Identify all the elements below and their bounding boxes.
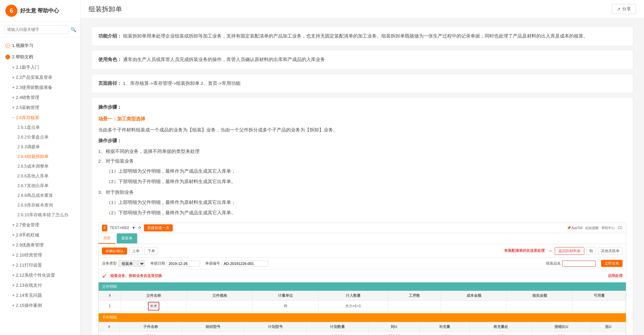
sidebar-item-label: 2.7资金管理 <box>16 222 39 227</box>
sidebar-item-label: 2.13在线支付 <box>16 283 42 288</box>
expand-icon: + <box>12 85 15 90</box>
sidebar-item-label: 2.帮助文档 <box>12 54 33 60</box>
nav-section-video: + 1.视频学习 <box>0 40 80 51</box>
share-button[interactable]: ↗ 分享 <box>612 4 636 14</box>
sidebar-item-inventory[interactable]: − 2.6库存核算 <box>0 113 80 123</box>
step2-sub1: （1）上部明细为父件明细，最终作为产成品生成其它入库单； <box>106 167 626 176</box>
sidebar-item-install[interactable]: + 2.2产品安装及登录 <box>0 72 80 82</box>
sidebar-item-label: 2.9优惠券管理 <box>16 242 44 247</box>
sidebar-item-cases[interactable]: + 2.15操作案例 <box>0 300 80 311</box>
table-row: 1 粮材 1 大份(个) 350.00 1.0 1.0 0.00 <box>99 332 626 335</box>
sidebar-item-other-in[interactable]: 2.6.6其他入库单 <box>0 171 80 181</box>
sim-date-label: 单据日期 <box>150 260 165 267</box>
sidebar-item-print[interactable]: + 2.11打印设置 <box>0 260 80 270</box>
sim-td-verify <box>507 301 573 312</box>
logo-icon: 6 <box>5 5 17 17</box>
sidebar-item-cost-adjust[interactable]: 2.6.5成本调整单 <box>0 162 80 171</box>
sim-t2-th-planqty: 计划数量 <box>306 322 369 332</box>
expand-icon: + <box>12 283 15 288</box>
expand-icon: + <box>12 242 15 247</box>
sidebar-item-assembly[interactable]: 2.6.4组装拆卸单 <box>0 152 80 162</box>
sim-back-btn[interactable]: 返回到材料表 <box>555 247 584 255</box>
sidebar-item-purchase[interactable]: + 2.5采购管理 <box>0 103 80 113</box>
path-text: 1、库存核算->库存管理->组装拆卸单 2、首页->常用功能 <box>123 81 240 86</box>
sim-doc-type-select[interactable]: 组装单 拆卸单 <box>118 260 145 267</box>
sidebar-item-faq[interactable]: + 2.14常见问题 <box>0 290 80 300</box>
sim-t2-td-u: 350.00 <box>369 332 420 335</box>
sim-unconfirm-btn[interactable]: 未确认确认 <box>102 247 127 255</box>
sidebar-item-stocktake[interactable]: 2.6.1盘点单 <box>0 123 80 132</box>
sim-th-num: # <box>99 291 121 301</box>
sidebar-item-cost-recalc[interactable]: 2.6.8商品成本重算 <box>0 191 80 201</box>
expand-icon: + <box>12 232 15 237</box>
role-label: 使用角色： <box>98 57 122 62</box>
sim-date-input[interactable] <box>166 261 200 267</box>
sim-th-cost: 成本金额 <box>441 291 506 301</box>
sidebar-nav: + 1.视频学习 − 2.帮助文档 + 2.1新手入门 + 2.2产品安装及登录 <box>0 38 80 335</box>
arrow-down-left: ↙ <box>102 270 107 281</box>
sidebar-item-label: 2.11打印设置 <box>16 263 42 268</box>
search-input[interactable] <box>4 25 68 34</box>
sidebar-item-partial-stocktake[interactable]: 2.6.2分量盘点单 <box>0 132 80 142</box>
sim-extra-btn2[interactable]: 其他关联单 <box>598 247 623 255</box>
sidebar-item-ledger-query[interactable]: 2.6.9库存账本查询 <box>0 201 80 210</box>
sim-dropdown-icon: ▼ <box>132 225 136 231</box>
sidebar-item-mobile[interactable]: + 2.8手机旺铺 <box>0 230 80 240</box>
sidebar-item-label: 2.6库存核算 <box>16 115 39 120</box>
sidebar-item-finance[interactable]: + 2.7资金管理 <box>0 220 80 230</box>
sidebar-item-sales[interactable]: + 2.4销售管理 <box>0 93 80 103</box>
sidebar-item-payment[interactable]: + 2.13在线支付 <box>0 280 80 290</box>
sidebar-item-label: 2.2产品安装及登录 <box>16 75 52 80</box>
expand-icon: + <box>12 273 15 278</box>
sidebar-item-coupon[interactable]: + 2.9优惠券管理 <box>0 240 80 250</box>
sim-td-pname: 米米 <box>121 301 186 312</box>
ops-card: 操作步骤： 场景一：加工类型选择 当由多个子件材料组装成一个成品的业务为【组装】… <box>91 97 633 335</box>
sidebar-item-label: 2.12系统个性化设置 <box>16 273 55 278</box>
sidebar-item-label: 2.5采购管理 <box>16 105 39 110</box>
sim-new-btn[interactable]: 新建新建一天 <box>144 224 173 231</box>
sim-td-pspec <box>187 301 253 312</box>
search-button[interactable]: 🔍 <box>70 27 76 32</box>
sim-child-label: 子件明细 <box>102 315 117 319</box>
arrow-right: → <box>547 245 553 256</box>
expand-icon: + <box>12 293 15 298</box>
annotation-right-middle: 启用处理 <box>608 273 623 279</box>
sim-tab-new[interactable]: 新新单 <box>117 233 137 243</box>
sim-date-field: 单据日期 <box>150 260 200 267</box>
sim-prev-btn[interactable]: 上单 <box>129 247 143 255</box>
sidebar-item-label: 2.1新手入门 <box>16 65 39 70</box>
sidebar-item-custom[interactable]: + 2.12系统个性化设置 <box>0 270 80 280</box>
sim-t2-th-orgmodel: 组织型号 <box>182 322 244 332</box>
expand-icon: + <box>12 65 15 70</box>
main-header: 组装拆卸单 ↗ 分享 <box>80 0 644 18</box>
sim-next-btn[interactable]: 下单 <box>145 247 158 255</box>
sidebar-item-ledger-error[interactable]: 2.6.10库存账本错了怎么办 <box>0 210 80 220</box>
share-icon: ↗ <box>617 7 621 12</box>
sidebar-item-video-learning[interactable]: + 1.视频学习 <box>0 40 80 51</box>
step2: 2、对于组装业务 <box>98 157 626 166</box>
sim-orgname-field: 组装品名 <box>546 260 596 267</box>
sim-table2: # 子件名称 组织型号 计划型号 计划数量 到U 补充量 将充量处 报错比U <box>99 322 626 335</box>
sim-docno-input[interactable] <box>221 261 268 267</box>
expand-icon: + <box>12 75 15 80</box>
sim-tab-home[interactable]: 自贡 <box>99 233 115 244</box>
sidebar-item-label: 2.14常见问题 <box>16 293 42 298</box>
sidebar-item-new-user[interactable]: + 2.1新手入门 <box>0 62 80 72</box>
sim-confirm-btn[interactable]: 立即发布 <box>601 260 623 267</box>
sidebar-item-label: 2.4销售管理 <box>16 95 39 100</box>
main-area: 组装拆卸单 ↗ 分享 功能介绍： 组装拆卸单用来处理企业组装或拆卸等加工业务，支… <box>80 0 644 335</box>
sidebar-item-help-docs[interactable]: − 2.帮助文档 <box>0 52 80 62</box>
sidebar-item-transfer[interactable]: 2.6.3调拨单 <box>0 142 80 152</box>
sidebar-item-operations[interactable]: + 2.10经营管理 <box>0 250 80 260</box>
sidebar-item-data-prep[interactable]: + 2.3使用前数据准备 <box>0 82 80 93</box>
expand-icon: + <box>12 303 15 308</box>
path-label: 页面路径： <box>98 81 122 86</box>
sim-orgname-input[interactable] <box>562 261 596 267</box>
sidebar-item-other-out[interactable]: 2.6.7其他出库单 <box>0 181 80 191</box>
sim-t2-th-planmodel: 计划型号 <box>244 322 307 332</box>
sim-extra-btn[interactable]: 附 <box>586 247 596 255</box>
path-card: 页面路径： 1、库存核算->库存管理->组装拆卸单 2、首页->常用功能 <box>91 74 633 93</box>
expand-icon: + <box>5 43 10 48</box>
expand-icon: + <box>12 95 15 100</box>
sidebar-item-label: 1.视频学习 <box>12 43 33 49</box>
